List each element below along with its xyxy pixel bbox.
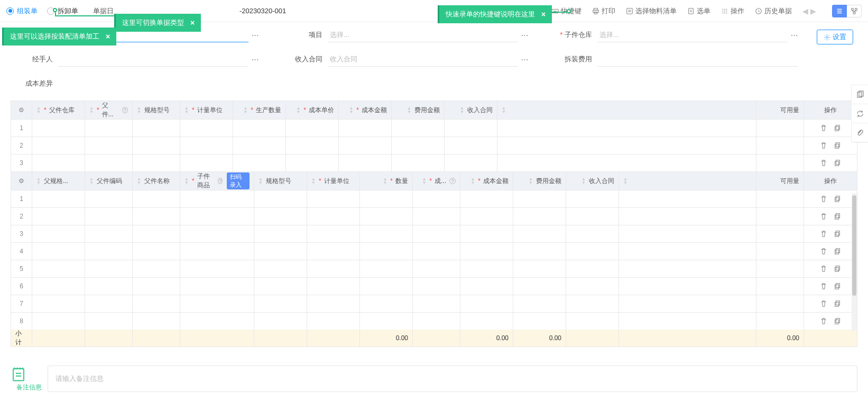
col-qty2[interactable]: ▲▼*数量 bbox=[360, 172, 413, 190]
svg-point-11 bbox=[726, 11, 727, 12]
col-unit-cost2[interactable]: ▲▼*成...? bbox=[413, 172, 460, 190]
view-tree-button[interactable] bbox=[847, 5, 862, 17]
gear-header[interactable]: ⚙ bbox=[11, 101, 32, 119]
col-available2[interactable]: 可用量 bbox=[756, 172, 804, 190]
handler-input[interactable] bbox=[58, 52, 248, 67]
scrollbar-thumb[interactable] bbox=[852, 195, 856, 296]
row-number: 5 bbox=[11, 260, 32, 277]
delete-icon[interactable] bbox=[820, 124, 827, 132]
table-row[interactable]: 3 bbox=[11, 154, 857, 171]
col-parent-code[interactable]: ▲▼父件编码 bbox=[85, 172, 133, 190]
delete-icon[interactable] bbox=[820, 300, 827, 307]
project-input[interactable]: 选择... bbox=[328, 28, 518, 42]
close-icon[interactable]: × bbox=[106, 32, 110, 41]
col-available[interactable]: 可用量 bbox=[756, 101, 804, 119]
col-parent-item[interactable]: ▲▼*父件...? bbox=[85, 101, 133, 119]
table-row[interactable]: 1 bbox=[11, 120, 857, 137]
row-number: 1 bbox=[11, 120, 32, 136]
more-icon[interactable]: ··· bbox=[521, 31, 529, 39]
delete-icon[interactable] bbox=[820, 195, 827, 203]
col-prod-qty[interactable]: ▲▼*生产数量 bbox=[233, 101, 286, 119]
view-list-button[interactable] bbox=[832, 5, 847, 17]
select-doc-button[interactable]: 选单 bbox=[687, 6, 710, 16]
more-icon[interactable]: ··· bbox=[252, 56, 259, 63]
print-button[interactable]: 打印 bbox=[592, 6, 615, 16]
gear-header[interactable]: ⚙ bbox=[11, 172, 32, 190]
more-icon[interactable]: ··· bbox=[252, 31, 259, 39]
more-icon[interactable]: ··· bbox=[791, 31, 798, 39]
close-icon[interactable]: × bbox=[541, 10, 546, 19]
col-parent-name[interactable]: ▲▼父件名称 bbox=[133, 172, 180, 190]
child-warehouse-input[interactable]: 选择... bbox=[597, 28, 788, 42]
radio-assemble[interactable]: 组装单 bbox=[6, 6, 38, 16]
table-row[interactable]: 4 bbox=[11, 243, 857, 260]
table-row[interactable]: 7 bbox=[11, 295, 857, 313]
scan-tag[interactable]: 扫码录入 bbox=[227, 172, 250, 189]
copy-row-icon[interactable] bbox=[834, 195, 841, 203]
col-income[interactable]: ▲▼收入合同 bbox=[445, 101, 497, 119]
delete-icon[interactable] bbox=[820, 283, 827, 290]
col-uom[interactable]: ▲▼*计量单位 bbox=[180, 101, 233, 119]
operate-button[interactable]: 操作 bbox=[721, 6, 744, 16]
delete-icon[interactable] bbox=[820, 248, 827, 255]
svg-rect-31 bbox=[836, 231, 839, 235]
col-spec2[interactable]: ▲▼规格型号 bbox=[254, 172, 307, 190]
copy-row-icon[interactable] bbox=[834, 283, 841, 290]
copy-row-icon[interactable] bbox=[834, 248, 841, 255]
col-fee-amt[interactable]: ▲▼费用金额 bbox=[392, 101, 445, 119]
delete-icon[interactable] bbox=[820, 142, 827, 149]
remark-input[interactable]: 请输入备注信息 bbox=[48, 366, 857, 392]
delete-icon[interactable] bbox=[820, 230, 827, 238]
table-row[interactable]: 3 bbox=[11, 225, 857, 243]
copy-row-icon[interactable] bbox=[834, 213, 841, 220]
col-child-item[interactable]: ▲▼*子件商品?扫码录入 bbox=[180, 172, 254, 190]
copy-row-icon[interactable] bbox=[834, 142, 841, 149]
next-arrow-icon[interactable]: ▶ bbox=[810, 7, 816, 15]
help-icon[interactable]: ? bbox=[449, 178, 456, 184]
col-fee-amt2[interactable]: ▲▼费用金额 bbox=[513, 172, 566, 190]
delete-icon[interactable] bbox=[820, 317, 827, 325]
col-parent-warehouse[interactable]: ▲▼*父件仓库 bbox=[32, 101, 85, 119]
table-row[interactable]: 2 bbox=[11, 208, 857, 225]
delete-icon[interactable] bbox=[820, 213, 827, 220]
radio-disassemble[interactable]: 拆卸单 bbox=[47, 6, 78, 16]
table-row[interactable]: 5 bbox=[11, 260, 857, 278]
dock-copy-button[interactable] bbox=[852, 85, 868, 104]
list-check-icon bbox=[626, 7, 633, 15]
copy-row-icon[interactable] bbox=[834, 300, 841, 307]
help-icon[interactable]: ? bbox=[122, 107, 128, 113]
copy-row-icon[interactable] bbox=[834, 230, 841, 238]
delete-icon[interactable] bbox=[820, 265, 827, 272]
table-row[interactable]: 1 bbox=[11, 190, 857, 208]
vertical-scrollbar[interactable] bbox=[852, 193, 857, 331]
dock-refresh-button[interactable] bbox=[852, 104, 868, 123]
history-button[interactable]: 历史单据 bbox=[755, 6, 792, 16]
table-row[interactable]: 8 bbox=[11, 313, 857, 330]
col-cost-amt2[interactable]: ▲▼*成本金额 bbox=[460, 172, 513, 190]
dock-attach-button[interactable] bbox=[852, 123, 868, 142]
income-contract-input[interactable]: 收入合同 bbox=[328, 52, 518, 67]
row-actions bbox=[804, 225, 857, 242]
col-income2[interactable]: ▲▼收入合同 bbox=[566, 172, 619, 190]
more-icon[interactable]: ··· bbox=[521, 56, 529, 63]
col-spec[interactable]: ▲▼规格型号 bbox=[133, 101, 180, 119]
copy-row-icon[interactable] bbox=[834, 159, 841, 167]
material-list-button[interactable]: 选择物料清单 bbox=[626, 6, 677, 16]
copy-row-icon[interactable] bbox=[834, 317, 841, 325]
copy-row-icon[interactable] bbox=[834, 124, 841, 132]
delete-icon[interactable] bbox=[820, 159, 827, 167]
settings-button[interactable]: 设置 bbox=[817, 30, 853, 44]
close-icon[interactable]: × bbox=[190, 19, 195, 27]
row-number: 6 bbox=[11, 278, 32, 295]
table-row[interactable]: 2 bbox=[11, 137, 857, 154]
table-row[interactable]: 6 bbox=[11, 278, 857, 295]
cost-input[interactable] bbox=[597, 52, 798, 67]
col-parent-spec[interactable]: ▲▼父规格... bbox=[32, 172, 85, 190]
col-cost-amt[interactable]: ▲▼*成本金额 bbox=[339, 101, 392, 119]
col-unit-cost[interactable]: ▲▼*成本单价 bbox=[286, 101, 339, 119]
help-icon[interactable]: ? bbox=[218, 178, 223, 184]
prev-arrow-icon[interactable]: ◀ bbox=[802, 7, 808, 15]
copy-row-icon[interactable] bbox=[834, 265, 841, 272]
col-uom2[interactable]: ▲▼*计量单位 bbox=[307, 172, 360, 190]
cost-label: 拆装费用 bbox=[555, 54, 597, 64]
